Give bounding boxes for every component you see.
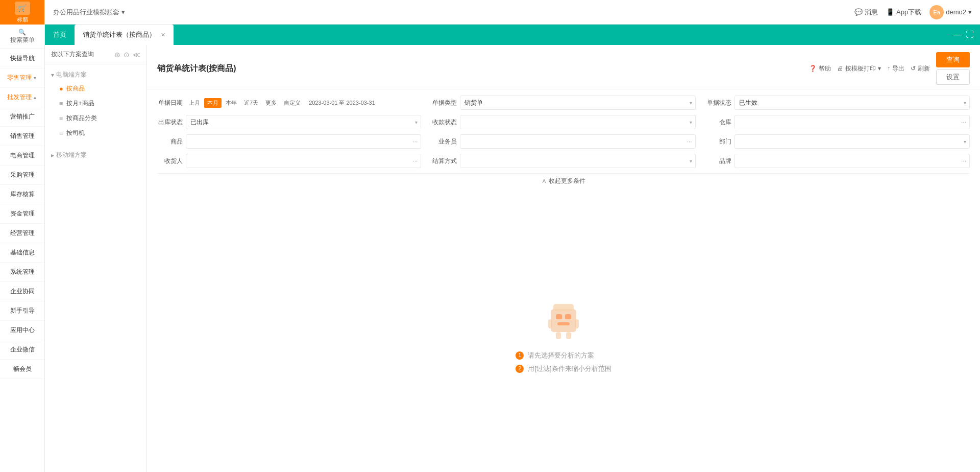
empty-hint-2: 2 用[过滤]条件来缩小分析范围 (516, 364, 611, 373)
topbar-left: 办公用品行业模拟账套 ▾ (53, 8, 125, 17)
sidebar-item-sales[interactable]: 销售管理 (0, 127, 44, 146)
tab-stats[interactable]: 销货单统计表（按商品） ✕ (75, 25, 174, 45)
collapse-more-button[interactable]: ∧ 收起更多条件 (157, 173, 970, 188)
svg-rect-8 (553, 304, 574, 311)
sidebar-item-ecommerce[interactable]: 电商管理 (0, 146, 44, 166)
industry-dropdown[interactable]: 办公用品行业模拟账套 ▾ (53, 8, 125, 17)
sidebar-item-inventory[interactable]: 库存核算 (0, 185, 44, 204)
sidebar-item-purchase[interactable]: 采购管理 (0, 166, 44, 185)
collectstatus-input[interactable]: ▾ (460, 115, 695, 129)
sidebar-item-finance[interactable]: 资金管理 (0, 204, 44, 224)
date-tab-more[interactable]: 更多 (262, 98, 280, 108)
query-button[interactable]: 查询 (936, 52, 970, 67)
brand-input[interactable]: ··· (734, 154, 970, 168)
message-icon: 💬 (854, 8, 863, 16)
svg-rect-0 (551, 309, 576, 332)
refresh-label: 刷新 (918, 64, 930, 73)
filter-salesperson: 业务员 ··· (431, 134, 695, 149)
doctype-input[interactable]: 销货单 ▾ (460, 96, 695, 110)
tabbar: 首页 销货单统计表（按商品） ✕ — ⛶ (45, 25, 980, 45)
date-tab-custom[interactable]: 自定义 (281, 98, 304, 108)
export-label: 导出 (892, 64, 904, 73)
empty-text: 1 请先选择要分析的方案 2 用[过滤]条件来缩小分析范围 (516, 351, 611, 373)
payment-input[interactable]: ▾ (460, 154, 695, 168)
basic-label: 基础信息 (10, 249, 35, 256)
sidebar-item-newbie[interactable]: 新手引导 (0, 301, 44, 321)
sidebar-search[interactable]: 🔍 搜索菜单 (0, 25, 44, 49)
main-area: 办公用品行业模拟账套 ▾ 💬 消息 📱 App下载 Ea demo2 ▾ 首页 (45, 0, 980, 472)
sidebar-item-enterprise[interactable]: 企业协同 (0, 282, 44, 301)
retail-label: 零售管理 (7, 74, 32, 82)
by-category-label: 按商品分类 (66, 114, 97, 123)
marketing-label: 营销推广 (10, 113, 35, 120)
filter-row-4: 收货人 ··· 结算方式 ▾ 品牌 (157, 154, 970, 168)
retail-arrow: ▼ (33, 76, 37, 81)
sidebar-item-system[interactable]: 系统管理 (0, 263, 44, 282)
date-tab-lastmonth[interactable]: 上月 (186, 98, 203, 108)
date-tab-7days[interactable]: 近7天 (241, 98, 261, 108)
svg-rect-2 (565, 314, 571, 319)
product-input[interactable]: ··· (186, 134, 421, 149)
date-range: 2023-03-01 至 2023-03-31 (309, 99, 375, 107)
page-content: 按以下方案查询 ⊕ ⊙ ≪ ▾ 电脑端方案 ● 按商品 ≡ 按月+ (45, 45, 980, 472)
print-icon: 🖨 (837, 65, 843, 72)
dept-input[interactable]: ▾ (734, 134, 970, 149)
sidebar-item-apps[interactable]: 应用中心 (0, 321, 44, 340)
sidebar-item-basic[interactable]: 基础信息 (0, 243, 44, 263)
filter-dept: 部门 ▾ (706, 134, 970, 149)
tab-home-label: 首页 (53, 30, 66, 39)
collapse-scheme-icon[interactable]: ≪ (133, 51, 140, 59)
docstatus-input[interactable]: 已生效 ▾ (734, 96, 970, 110)
scheme-panel-header: 按以下方案查询 ⊕ ⊙ ≪ (45, 45, 146, 64)
warehouse-input[interactable]: ··· (734, 115, 970, 129)
help-icon: ❓ (809, 65, 817, 72)
scheme-item-by-month-product[interactable]: ≡ 按月+商品 (45, 96, 146, 111)
topbar: 办公用品行业模拟账套 ▾ 💬 消息 📱 App下载 Ea demo2 ▾ (45, 0, 980, 25)
logo-icon: 🛒 (15, 2, 30, 15)
receiver-input[interactable]: ··· (186, 154, 421, 168)
tab-home[interactable]: 首页 (45, 25, 75, 45)
salesperson-input[interactable]: ··· (460, 134, 695, 149)
scheme-item-by-category[interactable]: ≡ 按商品分类 (45, 111, 146, 126)
help-label: 帮助 (819, 64, 831, 73)
doctype-value: 销货单 (464, 99, 483, 107)
user-menu[interactable]: Ea demo2 ▾ (929, 5, 972, 19)
app-download-button[interactable]: 📱 App下载 (886, 8, 921, 17)
refresh-button[interactable]: ↺ 刷新 (911, 64, 930, 73)
page-header: 销货单统计表(按商品) ❓ 帮助 🖨 按模板打印 ▾ ↑ 导出 (147, 45, 980, 89)
sidebar-item-retail[interactable]: 零售管理 ▼ (0, 68, 44, 88)
help-button[interactable]: ❓ 帮助 (809, 64, 831, 73)
sidebar-item-member[interactable]: 畅会员 (0, 360, 44, 379)
filter-payment: 结算方式 ▾ (431, 154, 695, 168)
sidebar-item-quicknav[interactable]: 快捷导航 (0, 49, 44, 68)
hint-num-2: 2 (516, 365, 524, 373)
minimize-icon[interactable]: — (953, 30, 962, 39)
sidebar-item-wholesale[interactable]: 批发管理 ▲ (0, 88, 44, 107)
add-scheme-icon[interactable]: ⊕ (114, 51, 120, 59)
outstatus-input[interactable]: 已出库 ▾ (186, 115, 421, 129)
scheme-item-by-cashier[interactable]: ≡ 按司机 (45, 126, 146, 140)
settings-scheme-icon[interactable]: ⊙ (124, 51, 130, 59)
message-button[interactable]: 💬 消息 (854, 8, 878, 17)
sidebar-item-operations[interactable]: 经营管理 (0, 224, 44, 243)
print-button[interactable]: 🖨 按模板打印 ▾ (837, 64, 881, 73)
sidebar-item-marketing[interactable]: 营销推广 (0, 107, 44, 127)
date-tab-thisyear[interactable]: 本年 (223, 98, 240, 108)
dept-arrow-icon: ▾ (964, 139, 966, 145)
print-arrow-icon: ▾ (878, 65, 881, 72)
settings-button[interactable]: 设置 (936, 69, 970, 85)
payment-label: 结算方式 (431, 157, 457, 166)
scheme-section-desktop-title: ▾ 电脑端方案 (45, 68, 146, 81)
finance-label: 资金管理 (10, 210, 35, 217)
empty-hint-1: 1 请先选择要分析的方案 (516, 351, 611, 360)
date-tab-thismonth[interactable]: 本月 (204, 98, 222, 108)
export-button[interactable]: ↑ 导出 (887, 64, 904, 73)
tab-close-icon[interactable]: ✕ (161, 32, 165, 38)
maximize-icon[interactable]: ⛶ (966, 30, 974, 39)
sidebar-item-wechat[interactable]: 企业微信 (0, 340, 44, 360)
app-download-icon: 📱 (886, 8, 894, 16)
product-label: 商品 (157, 137, 183, 146)
scheme-item-by-product[interactable]: ● 按商品 (45, 81, 146, 96)
docstatus-arrow-icon: ▾ (964, 100, 966, 106)
mobile-expand-icon: ▸ (51, 152, 54, 159)
